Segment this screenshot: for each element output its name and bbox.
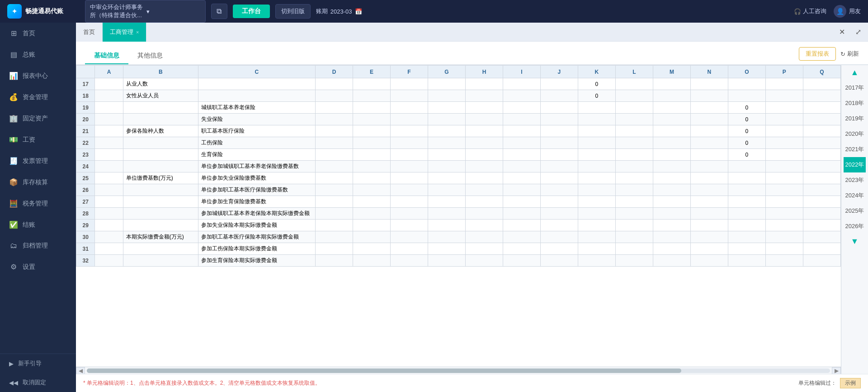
cell-26-A[interactable] — [95, 184, 123, 196]
year-panel-down[interactable]: ▼ — [841, 234, 868, 249]
cell-28-L[interactable] — [615, 208, 653, 220]
cell-17-C[interactable] — [198, 78, 315, 90]
cell-20-D[interactable] — [316, 114, 353, 125]
cell-20-Q[interactable] — [803, 114, 840, 125]
cell-26-M[interactable] — [653, 184, 690, 196]
consult-button[interactable]: 🎧 人工咨询 — [794, 7, 826, 15]
cell-25-B[interactable]: 单位缴费基数(万元) — [123, 172, 198, 184]
cell-27-G[interactable] — [428, 196, 466, 208]
reset-report-button[interactable]: 重置报表 — [799, 47, 836, 61]
cell-31-P[interactable] — [765, 243, 803, 255]
tab-close-icon[interactable]: × — [136, 29, 139, 35]
cell-24-K[interactable] — [578, 161, 615, 172]
cell-21-O[interactable]: 0 — [728, 125, 765, 137]
cell-25-M[interactable] — [653, 172, 690, 184]
calendar-icon[interactable]: 📅 — [355, 8, 362, 15]
cell-25-K[interactable] — [578, 172, 615, 184]
sidebar-item-home[interactable]: ⊞ 首页 — [0, 23, 76, 44]
spreadsheet-table-wrapper[interactable]: A B C D E F G H I J — [76, 65, 841, 367]
cell-20-L[interactable] — [615, 114, 653, 125]
year-item[interactable]: 2019年 — [844, 111, 866, 126]
sidebar-item-inventory[interactable]: 📦 库存核算 — [0, 172, 76, 193]
cell-28-D[interactable] — [316, 208, 353, 220]
cell-18-L[interactable] — [615, 90, 653, 102]
cell-31-E[interactable] — [353, 243, 391, 255]
cell-17-J[interactable] — [540, 78, 578, 90]
cell-28-G[interactable] — [428, 208, 466, 220]
cell-30-P[interactable] — [765, 231, 803, 243]
cell-29-N[interactable] — [690, 220, 728, 231]
cell-26-B[interactable] — [123, 184, 198, 196]
cell-29-L[interactable] — [615, 220, 653, 231]
cell-28-H[interactable] — [465, 208, 503, 220]
cell-29-I[interactable] — [503, 220, 540, 231]
cell-27-N[interactable] — [690, 196, 728, 208]
switch-old-button[interactable]: 切到旧版 — [275, 4, 311, 19]
cell-22-K[interactable] — [578, 137, 615, 149]
cell-24-Q[interactable] — [803, 161, 840, 172]
cell-27-C[interactable]: 单位参加生育保险缴费基数 — [198, 196, 315, 208]
cell-24-E[interactable] — [353, 161, 391, 172]
cell-23-C[interactable]: 生育保险 — [198, 149, 315, 161]
year-item[interactable]: 2023年 — [844, 172, 866, 188]
cell-21-J[interactable] — [540, 125, 578, 137]
cell-21-K[interactable] — [578, 125, 615, 137]
cell-24-H[interactable] — [465, 161, 503, 172]
cell-25-D[interactable] — [316, 172, 353, 184]
cell-29-B[interactable] — [123, 220, 198, 231]
cell-25-F[interactable] — [391, 172, 428, 184]
cell-30-A[interactable] — [95, 231, 123, 243]
cell-30-Q[interactable] — [803, 231, 840, 243]
cell-26-D[interactable] — [316, 184, 353, 196]
cell-27-Q[interactable] — [803, 196, 840, 208]
cell-32-A[interactable] — [95, 255, 123, 267]
cell-18-F[interactable] — [391, 90, 428, 102]
cell-17-N[interactable] — [690, 78, 728, 90]
cell-31-J[interactable] — [540, 243, 578, 255]
tab-industrial[interactable]: 工商管理 × — [103, 23, 146, 42]
cell-19-M[interactable] — [653, 102, 690, 114]
sidebar-item-closing[interactable]: ✅ 结账 — [0, 214, 76, 235]
cell-25-H[interactable] — [465, 172, 503, 184]
cell-22-P[interactable] — [765, 137, 803, 149]
cell-17-E[interactable] — [353, 78, 391, 90]
cell-29-D[interactable] — [316, 220, 353, 231]
cell-27-O[interactable] — [728, 196, 765, 208]
cell-19-B[interactable] — [123, 102, 198, 114]
cell-25-Q[interactable] — [803, 172, 840, 184]
cell-28-F[interactable] — [391, 208, 428, 220]
year-item[interactable]: 2024年 — [844, 188, 866, 203]
cell-27-K[interactable] — [578, 196, 615, 208]
cell-22-H[interactable] — [465, 137, 503, 149]
cell-19-G[interactable] — [428, 102, 466, 114]
cell-25-O[interactable] — [728, 172, 765, 184]
cell-25-I[interactable] — [503, 172, 540, 184]
scroll-left-button[interactable]: ◀ — [76, 367, 85, 374]
cell-25-G[interactable] — [428, 172, 466, 184]
cell-24-P[interactable] — [765, 161, 803, 172]
sidebar-item-archive[interactable]: 🗂 归档管理 — [0, 235, 76, 256]
cell-30-L[interactable] — [615, 231, 653, 243]
cell-21-I[interactable] — [503, 125, 540, 137]
year-item[interactable]: 2026年 — [844, 219, 866, 234]
cell-19-N[interactable] — [690, 102, 728, 114]
cell-21-P[interactable] — [765, 125, 803, 137]
cell-17-G[interactable] — [428, 78, 466, 90]
cell-18-C[interactable] — [198, 90, 315, 102]
cell-26-L[interactable] — [615, 184, 653, 196]
cell-32-N[interactable] — [690, 255, 728, 267]
cell-19-F[interactable] — [391, 102, 428, 114]
cell-27-F[interactable] — [391, 196, 428, 208]
cell-22-J[interactable] — [540, 137, 578, 149]
cell-21-A[interactable] — [95, 125, 123, 137]
cell-21-M[interactable] — [653, 125, 690, 137]
cell-23-K[interactable] — [578, 149, 615, 161]
cell-20-P[interactable] — [765, 114, 803, 125]
cell-29-E[interactable] — [353, 220, 391, 231]
cell-19-I[interactable] — [503, 102, 540, 114]
cell-27-P[interactable] — [765, 196, 803, 208]
cell-32-Q[interactable] — [803, 255, 840, 267]
cell-18-D[interactable] — [316, 90, 353, 102]
cell-23-E[interactable] — [353, 149, 391, 161]
cell-26-O[interactable] — [728, 184, 765, 196]
